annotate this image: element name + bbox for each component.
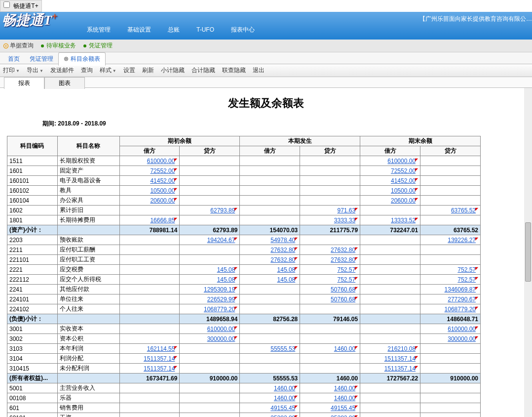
amount-link[interactable]: 20600.00 <box>391 197 416 204</box>
amount-cell[interactable]: 27632.80◤ <box>300 245 360 255</box>
amount-cell[interactable]: 752.57◤ <box>420 275 481 285</box>
main-menu-item[interactable]: 基础设置 <box>127 26 151 34</box>
amount-cell[interactable]: 752.57◤ <box>300 265 360 275</box>
amount-link[interactable]: 1346069.87 <box>445 286 476 293</box>
toolbar-button[interactable]: 查询 <box>81 66 93 75</box>
amount-link[interactable]: 27632.80 <box>270 247 295 253</box>
amount-link[interactable]: 35282.80 <box>331 415 355 417</box>
amount-cell[interactable]: 27632.80◤ <box>300 255 360 265</box>
amount-link[interactable]: 145.08 <box>277 266 296 273</box>
amount-cell[interactable]: 41452.00◤ <box>119 176 180 186</box>
vertical-scrollbar[interactable] <box>524 88 532 417</box>
amount-cell[interactable]: 1511357.14◤ <box>360 364 420 374</box>
amount-link[interactable]: 145.08 <box>217 266 235 273</box>
amount-cell[interactable]: 1511357.14◤ <box>119 354 180 364</box>
amount-link[interactable]: 20600.00 <box>150 197 175 204</box>
amount-cell[interactable]: 216210.08◤ <box>360 344 420 354</box>
amount-cell[interactable]: 27632.80◤ <box>240 245 300 255</box>
amount-cell[interactable]: 13333.52◤ <box>360 215 420 225</box>
amount-link[interactable]: 610000.00 <box>448 326 476 333</box>
quickbar-item[interactable]: 待审核业务 <box>39 42 76 50</box>
toolbar-button[interactable]: 打印▼ <box>3 66 20 75</box>
amount-link[interactable]: 50760.68 <box>331 296 355 303</box>
amount-link[interactable]: 226529.99 <box>207 296 235 303</box>
amount-link[interactable]: 1295309.19 <box>204 286 235 293</box>
amount-cell[interactable]: 20600.00◤ <box>119 196 180 206</box>
amount-link[interactable]: 27632.80 <box>331 247 355 253</box>
amount-cell[interactable]: 1346069.87◤ <box>420 285 481 294</box>
main-menu-item[interactable]: 总账 <box>168 26 180 34</box>
amount-link[interactable]: 72552.00 <box>391 167 416 174</box>
toolbar-button[interactable]: 发送邮件 <box>50 66 74 75</box>
amount-link[interactable]: 1511357.14 <box>384 355 416 362</box>
amount-cell[interactable]: 10500.00◤ <box>119 186 180 196</box>
amount-link[interactable]: 54978.40 <box>270 237 295 244</box>
amount-link[interactable]: 610000.00 <box>147 158 175 165</box>
amount-cell[interactable]: 35282.80◤ <box>240 413 300 417</box>
amount-link[interactable]: 300000.00 <box>207 335 235 342</box>
close-icon[interactable]: ⊗ <box>64 55 69 62</box>
toolbar-button[interactable]: 刷新 <box>142 66 154 75</box>
amount-link[interactable]: 1460.00 <box>334 395 355 402</box>
amount-link[interactable]: 41452.00 <box>150 177 175 184</box>
amount-cell[interactable]: 1460.00◤ <box>240 393 300 403</box>
toolbar-button[interactable]: 小计隐藏 <box>161 66 185 75</box>
amount-cell[interactable]: 27632.80◤ <box>240 255 300 265</box>
amount-cell[interactable]: 50760.68◤ <box>300 285 360 294</box>
subtab[interactable]: 图表 <box>44 77 85 89</box>
amount-cell[interactable]: 971.63◤ <box>300 206 360 215</box>
amount-cell[interactable]: 1460.00◤ <box>300 393 360 403</box>
amount-cell[interactable]: 49155.45◤ <box>300 403 360 413</box>
amount-link[interactable]: 49155.45 <box>331 405 355 412</box>
amount-link[interactable]: 16666.85 <box>150 217 175 224</box>
amount-link[interactable]: 1460.00 <box>334 345 355 352</box>
amount-cell[interactable]: 277290.67◤ <box>420 294 481 304</box>
amount-link[interactable]: 10500.00 <box>150 187 175 194</box>
amount-cell[interactable]: 610000.00◤ <box>420 324 481 334</box>
amount-cell[interactable]: 145.08◤ <box>180 265 240 275</box>
amount-link[interactable]: 162114.55 <box>147 345 175 352</box>
main-menu-item[interactable]: 报表中心 <box>231 26 255 34</box>
toolbar-button[interactable]: 设置 <box>123 66 135 75</box>
amount-cell[interactable]: 610000.00◤ <box>119 156 180 166</box>
amount-cell[interactable]: 162114.55◤ <box>119 344 180 354</box>
amount-link[interactable]: 216210.08 <box>387 345 416 352</box>
amount-link[interactable]: 55555.53 <box>270 345 295 352</box>
amount-link[interactable]: 145.08 <box>217 276 235 283</box>
amount-link[interactable]: 62793.89 <box>210 207 235 214</box>
amount-link[interactable]: 277290.67 <box>448 296 476 303</box>
amount-link[interactable]: 3333.33 <box>334 217 355 224</box>
amount-cell[interactable]: 55555.53◤ <box>240 344 300 354</box>
amount-link[interactable]: 35282.80 <box>270 415 295 417</box>
amount-cell[interactable]: 145.08◤ <box>240 265 300 275</box>
amount-cell[interactable]: 752.57◤ <box>420 265 481 275</box>
amount-link[interactable]: 27632.80 <box>270 256 295 263</box>
amount-link[interactable]: 1068779.20 <box>445 306 476 313</box>
amount-cell[interactable]: 1068779.20◤ <box>180 304 240 314</box>
quickbar-item[interactable]: 单据查询 <box>3 42 34 50</box>
quickbar-item[interactable]: 凭证管理 <box>82 42 113 50</box>
amount-cell[interactable]: 72552.00◤ <box>360 166 420 176</box>
window-tab-checkbox[interactable] <box>3 1 10 8</box>
amount-link[interactable]: 752.57 <box>337 266 355 273</box>
subtab[interactable]: 报表 <box>4 77 44 89</box>
amount-link[interactable]: 194204.67 <box>207 237 235 244</box>
amount-link[interactable]: 1460.00 <box>274 395 295 402</box>
toolbar-button[interactable]: 导出▼ <box>27 66 43 75</box>
amount-cell[interactable]: 54978.40◤ <box>240 235 300 245</box>
amount-link[interactable]: 610000.00 <box>207 326 235 333</box>
amount-link[interactable]: 145.08 <box>277 276 296 283</box>
page-tab[interactable]: ⊗科目余额表 <box>58 52 106 66</box>
page-tab[interactable]: 首页 <box>3 53 25 65</box>
amount-link[interactable]: 49155.45 <box>270 405 295 412</box>
amount-link[interactable]: 10500.00 <box>391 187 416 194</box>
toolbar-button[interactable]: 样式▼ <box>100 66 116 75</box>
amount-cell[interactable]: 16666.85◤ <box>119 215 180 225</box>
amount-link[interactable]: 1511357.14 <box>144 355 175 362</box>
amount-link[interactable]: 41452.00 <box>391 177 416 184</box>
main-menu-item[interactable]: 系统管理 <box>87 26 111 34</box>
amount-cell[interactable]: 610000.00◤ <box>180 324 240 334</box>
amount-link[interactable]: 752.57 <box>337 276 355 283</box>
amount-cell[interactable]: 300000.00◤ <box>420 334 481 344</box>
page-tab[interactable]: 凭证管理 <box>25 53 58 65</box>
